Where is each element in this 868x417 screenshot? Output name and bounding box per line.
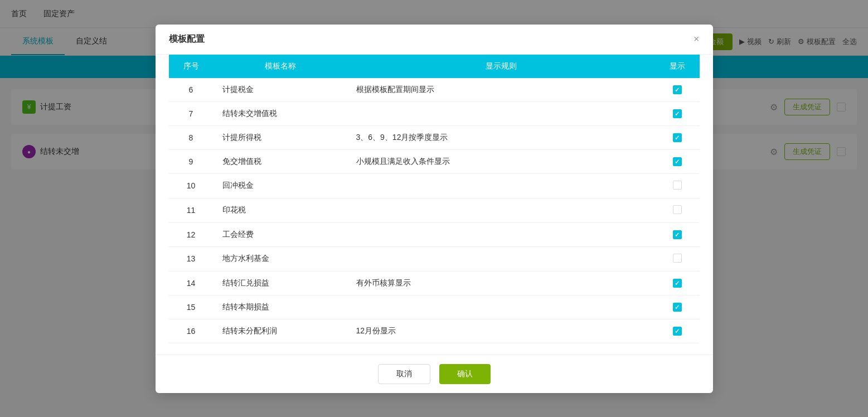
cell-check-10 <box>655 319 700 343</box>
confirm-button[interactable]: 确认 <box>439 364 491 384</box>
cell-check-4 <box>655 173 700 198</box>
cell-id-3: 9 <box>169 149 214 173</box>
table-row: 13地方水利基金 <box>169 246 700 271</box>
cancel-button[interactable]: 取消 <box>378 364 430 384</box>
cell-rule-3: 小规模且满足收入条件显示 <box>347 149 655 173</box>
checkbox-2[interactable] <box>673 133 682 142</box>
cell-id-6: 12 <box>169 222 214 246</box>
table-header: 序号 模板名称 显示规则 显示 <box>169 55 700 78</box>
table-row: 12工会经费 <box>169 222 700 246</box>
table-row: 10回冲税金 <box>169 173 700 198</box>
checkbox-5[interactable] <box>673 205 682 214</box>
table-row: 9免交增值税小规模且满足收入条件显示 <box>169 149 700 173</box>
table-row: 8计提所得税3、6、9、12月按季度显示 <box>169 125 700 149</box>
cell-name-4: 回冲税金 <box>214 173 347 198</box>
modal-title: 模板配置 <box>169 33 205 45</box>
table-row: 6计提税金根据模板配置期间显示 <box>169 78 700 102</box>
cell-id-8: 14 <box>169 271 214 295</box>
checkbox-7[interactable] <box>673 254 682 263</box>
cell-check-1 <box>655 101 700 125</box>
modal-footer: 取消 确认 <box>156 355 713 393</box>
cell-id-4: 10 <box>169 173 214 198</box>
cell-name-6: 工会经费 <box>214 222 347 246</box>
cell-name-5: 印花税 <box>214 198 347 222</box>
col-header-show: 显示 <box>655 55 700 78</box>
config-table: 序号 模板名称 显示规则 显示 6计提税金根据模板配置期间显示7结转未交增值税8… <box>169 55 700 343</box>
cell-check-2 <box>655 125 700 149</box>
checkbox-10[interactable] <box>673 327 682 336</box>
cell-check-9 <box>655 295 700 319</box>
cell-id-9: 15 <box>169 295 214 319</box>
cell-name-8: 结转汇兑损益 <box>214 271 347 295</box>
cell-check-0 <box>655 78 700 102</box>
checkbox-3[interactable] <box>673 157 682 166</box>
modal-overlay: 模板配置 × 序号 模板名称 显示规则 显示 6计提税金根据模板配置期间显示7结… <box>0 0 868 417</box>
cell-id-5: 11 <box>169 198 214 222</box>
table-row: 15结转本期损益 <box>169 295 700 319</box>
checkbox-8[interactable] <box>673 279 682 288</box>
cell-rule-7 <box>347 246 655 271</box>
col-header-name: 模板名称 <box>214 55 347 78</box>
cell-id-10: 16 <box>169 319 214 343</box>
table-row: 7结转未交增值税 <box>169 101 700 125</box>
cell-id-1: 7 <box>169 101 214 125</box>
cell-name-0: 计提税金 <box>214 78 347 102</box>
cell-rule-0: 根据模板配置期间显示 <box>347 78 655 102</box>
cell-id-0: 6 <box>169 78 214 102</box>
col-header-rule: 显示规则 <box>347 55 655 78</box>
table-body: 6计提税金根据模板配置期间显示7结转未交增值税8计提所得税3、6、9、12月按季… <box>169 78 700 343</box>
table-row: 14结转汇兑损益有外币核算显示 <box>169 271 700 295</box>
checkbox-9[interactable] <box>673 303 682 312</box>
cell-name-10: 结转未分配利润 <box>214 319 347 343</box>
modal-header: 模板配置 × <box>156 25 713 55</box>
cell-rule-1 <box>347 101 655 125</box>
col-header-id: 序号 <box>169 55 214 78</box>
checkbox-1[interactable] <box>673 109 682 118</box>
cell-rule-8: 有外币核算显示 <box>347 271 655 295</box>
cell-name-1: 结转未交增值税 <box>214 101 347 125</box>
cell-name-3: 免交增值税 <box>214 149 347 173</box>
cell-rule-9 <box>347 295 655 319</box>
checkbox-0[interactable] <box>673 85 682 94</box>
cell-id-2: 8 <box>169 125 214 149</box>
cell-name-9: 结转本期损益 <box>214 295 347 319</box>
cell-rule-6 <box>347 222 655 246</box>
cell-check-8 <box>655 271 700 295</box>
cell-id-7: 13 <box>169 246 214 271</box>
cell-name-7: 地方水利基金 <box>214 246 347 271</box>
modal-close-button[interactable]: × <box>694 33 700 45</box>
cell-rule-4 <box>347 173 655 198</box>
cell-rule-5 <box>347 198 655 222</box>
modal-template-config: 模板配置 × 序号 模板名称 显示规则 显示 6计提税金根据模板配置期间显示7结… <box>156 25 713 393</box>
cell-check-6 <box>655 222 700 246</box>
cell-rule-10: 12月份显示 <box>347 319 655 343</box>
modal-body: 序号 模板名称 显示规则 显示 6计提税金根据模板配置期间显示7结转未交增值税8… <box>156 55 713 355</box>
cell-name-2: 计提所得税 <box>214 125 347 149</box>
checkbox-4[interactable] <box>673 181 682 190</box>
cell-check-7 <box>655 246 700 271</box>
table-row: 16结转未分配利润12月份显示 <box>169 319 700 343</box>
cell-rule-2: 3、6、9、12月按季度显示 <box>347 125 655 149</box>
checkbox-6[interactable] <box>673 230 682 239</box>
cell-check-3 <box>655 149 700 173</box>
table-row: 11印花税 <box>169 198 700 222</box>
cell-check-5 <box>655 198 700 222</box>
